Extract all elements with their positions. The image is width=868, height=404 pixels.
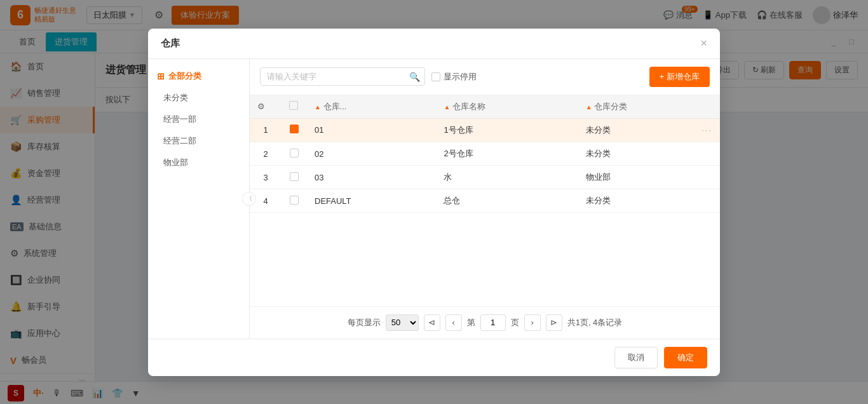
row-name: 2号仓库 [436,142,578,166]
row-index: 3 [250,166,281,189]
row-checkbox[interactable] [281,189,307,213]
row-checkbox[interactable] [281,166,307,189]
category-panel: ⊞ 全部分类 未分类 经营一部 经营二部 物业部 《 [148,59,250,339]
row-name: 1号仓库 [436,118,578,142]
close-button[interactable]: × [700,37,707,49]
col-header-category[interactable]: ▲ 仓库分类 [578,95,720,119]
warehouse-table: ⚙ ▲ 仓库... ▲ 仓库名称 [250,95,720,213]
all-categories-button[interactable]: ⊞ 全部分类 [148,65,249,87]
search-wrap: 🔍 [260,67,425,86]
show-disabled-label[interactable]: 显示停用 [431,71,477,83]
table-row[interactable]: 2 02 2号仓库 未分类 [250,142,720,166]
add-warehouse-button[interactable]: + 新增仓库 [649,67,710,87]
row-category: 未分类 ··· [578,119,720,142]
row-index: 1 [250,118,281,142]
search-icon[interactable]: 🔍 [409,72,420,82]
table-panel: 🔍 显示停用 + 新增仓库 ⚙ [250,59,720,339]
search-input[interactable] [260,67,425,86]
col-header-check [281,95,307,119]
category-collapse-button[interactable]: 《 [242,192,256,206]
last-page-button[interactable]: ⊳ [546,314,562,331]
table-row[interactable]: 1 01 1号仓库 未分类 ··· [250,118,720,142]
row-code: 01 [307,118,436,142]
sort-icon-code: ▲ [315,104,321,111]
row-name: 总仓 [436,189,578,213]
category-item-ops2[interactable]: 经营二部 [148,130,249,152]
category-item-ops1[interactable]: 经营一部 [148,109,249,130]
confirm-button[interactable]: 确定 [664,347,707,368]
col-header-name[interactable]: ▲ 仓库名称 [436,95,578,119]
table-row[interactable]: 3 03 水 物业部 [250,166,720,189]
next-page-button[interactable]: › [524,314,541,331]
row-category: 未分类 [578,189,720,213]
category-item-unclassified[interactable]: 未分类 [148,87,249,109]
row-name: 水 [436,166,578,189]
table-row[interactable]: 4 DEFAULT 总仓 未分类 [250,189,720,213]
modal-title: 仓库 [161,37,180,50]
row-code: 02 [307,142,436,166]
per-page-select[interactable]: 50 10 20 100 [386,314,419,331]
cancel-button[interactable]: 取消 [614,347,658,368]
row-category: 未分类 [578,142,720,166]
row-code: 03 [307,166,436,189]
prev-page-button[interactable]: ‹ [445,314,462,331]
row-checkbox[interactable] [281,142,307,166]
grid-icon: ⊞ [157,71,165,81]
table-header-row: ⚙ ▲ 仓库... ▲ 仓库名称 [250,95,720,119]
page-number-input[interactable] [480,314,506,331]
modal-overlay[interactable]: 仓库 × ⊞ 全部分类 未分类 经营一部 经营二部 物业部 《 [0,0,868,404]
category-item-property[interactable]: 物业部 [148,152,249,173]
row-category: 物业部 [578,166,720,189]
col-header-code[interactable]: ▲ 仓库... [307,95,436,119]
table-body: 1 01 1号仓库 未分类 ··· 2 02 2号仓库 未分类 3 [250,118,720,213]
modal-header: 仓库 × [148,29,720,59]
col-header-gear: ⚙ [250,95,281,119]
table-container: ⚙ ▲ 仓库... ▲ 仓库名称 [250,95,720,306]
warehouse-modal: 仓库 × ⊞ 全部分类 未分类 经营一部 经营二部 物业部 《 [148,29,720,376]
modal-footer: 取消 确定 [148,339,720,376]
table-toolbar: 🔍 显示停用 + 新增仓库 [250,59,720,95]
row-code: DEFAULT [307,189,436,213]
sort-icon-category: ▲ [586,104,592,111]
select-all-checkbox[interactable] [289,101,298,110]
row-index: 2 [250,142,281,166]
first-page-button[interactable]: ⊲ [424,314,440,331]
row-actions-dots[interactable]: ··· [702,125,712,135]
sort-icon-name: ▲ [444,104,450,111]
modal-body: ⊞ 全部分类 未分类 经营一部 经营二部 物业部 《 🔍 [148,59,720,339]
show-disabled-checkbox[interactable] [431,72,440,81]
row-checkbox[interactable] [281,118,307,142]
pagination: 每页显示 50 10 20 100 ⊲ ‹ 第 页 › ⊳ 共1页, 4条记录 [250,306,720,339]
